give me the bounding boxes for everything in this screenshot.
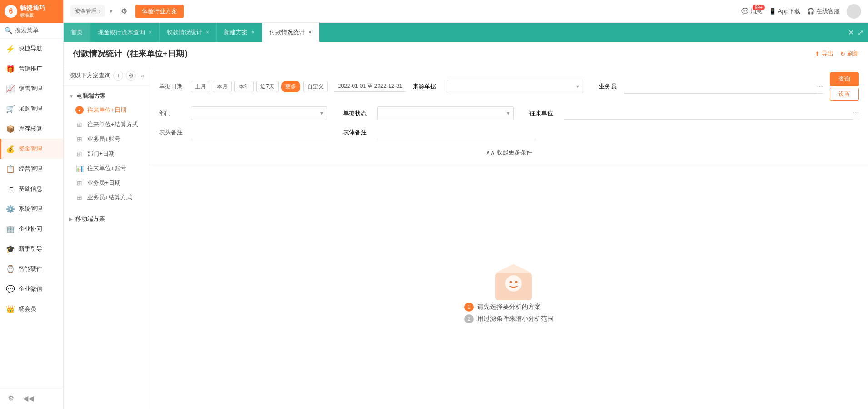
tree-item-unit-date[interactable]: ● 往来单位+日期 [64, 103, 150, 117]
data-area: 1 请先选择要分析的方案 2 用过滤条件来缩小分析范围 [150, 167, 868, 409]
tree-item-staff-settle-label: 业务员+结算方式 [87, 193, 132, 202]
sidebar-item-finance[interactable]: 💰 资金管理 [0, 139, 63, 159]
tab-home[interactable]: 首页 [64, 23, 90, 42]
sidebar-item-inventory[interactable]: 📦 库存核算 [0, 119, 63, 139]
partner-input[interactable] [564, 106, 853, 120]
tab-payment-close[interactable]: × [309, 30, 312, 35]
table-icon-2: ⊞ [75, 135, 84, 143]
tree-item-staff-date-label: 业务员+日期 [87, 179, 120, 187]
sidebar-search[interactable]: 🔍 搜索菜单 [0, 23, 63, 39]
refresh-btn[interactable]: ↻ 刷新 [840, 50, 859, 58]
date-btn-custom[interactable]: 自定义 [303, 81, 328, 92]
chat-icon: 💬 [741, 8, 748, 15]
app-download[interactable]: 📱 App下载 [769, 7, 800, 15]
app-icon: 📱 [769, 8, 776, 15]
collapse-panel-btn[interactable]: « [141, 72, 144, 79]
wechat-icon: 💬 [6, 284, 15, 293]
tree-item-staff-settle[interactable]: ⊞ 业务员+结算方式 [64, 190, 150, 205]
date-range-value[interactable]: 2022-01-01 至 2022-12-31 [334, 81, 406, 92]
date-btn-thismonth[interactable]: 本月 [213, 81, 232, 92]
dept-select[interactable]: ▾ [191, 106, 327, 120]
date-btn-thisyear[interactable]: 本年 [234, 81, 254, 92]
online-service[interactable]: 🎧 在线客服 [807, 7, 840, 15]
sidebar-item-wechat[interactable]: 💬 企业微信 [0, 279, 63, 299]
app-download-label: App下载 [778, 7, 800, 15]
settings-footer-icon[interactable]: ⚙ [5, 392, 17, 404]
date-btn-lastmonth[interactable]: 上月 [191, 81, 210, 92]
empty-hint-1: 1 请先选择要分析的方案 [464, 303, 554, 312]
desktop-section-title[interactable]: ▼ 电脑端方案 [64, 89, 150, 103]
sidebar-item-quicknav[interactable]: ⚡ 快捷导航 [0, 39, 63, 59]
collapse-label: 收起更多条件 [497, 148, 532, 157]
content-area: 付款情况统计（往来单位+日期） ⬆ 导出 ↻ 刷新 按以下方案查询 + [64, 42, 868, 409]
sidebar-item-hardware[interactable]: ⌚ 智能硬件 [0, 259, 63, 279]
header-note-input[interactable] [191, 126, 327, 139]
svg-point-2 [505, 275, 522, 292]
sidebar-item-basics[interactable]: 🗂 基础信息 [0, 179, 63, 199]
breadcrumb-text: 资金管理 [75, 7, 97, 15]
sidebar-item-system[interactable]: ⚙️ 系统管理 [0, 199, 63, 219]
notifications[interactable]: 💬 消息 99+ [741, 7, 762, 15]
sidebar-item-marketing[interactable]: 🎁 营销推广 [0, 59, 63, 79]
source-label: 来源单据 [413, 82, 440, 91]
tab-bank[interactable]: 现金银行流水查询 × [90, 23, 160, 42]
sidebar-item-member[interactable]: 👑 畅会员 [0, 299, 63, 319]
tab-receivable-close[interactable]: × [206, 30, 209, 35]
voucher-status-select[interactable]: ▾ [377, 106, 514, 120]
sidebar-item-operations[interactable]: 📋 经营管理 [0, 159, 63, 179]
tree-item-unit-account[interactable]: 📊 往来单位+账号 [64, 161, 150, 176]
partner-dots[interactable]: ··· [853, 109, 859, 117]
sidebar-nav: ⚡ 快捷导航 🎁 营销推广 📈 销售管理 🛒 采购管理 📦 库存核算 💰 资金管… [0, 39, 63, 387]
collapse-sidebar-icon[interactable]: ◀◀ [22, 392, 35, 404]
tree-item-staff-account[interactable]: ⊞ 业务员+账号 [64, 132, 150, 146]
staff-input[interactable] [624, 80, 817, 93]
sidebar-item-operations-label: 经营管理 [19, 165, 42, 173]
mobile-section-title[interactable]: ▶ 移动端方案 [64, 212, 150, 226]
sidebar-item-sales[interactable]: 📈 销售管理 [0, 79, 63, 99]
panel-header-label: 按以下方案查询 [69, 71, 110, 80]
tabbar: 首页 现金银行流水查询 × 收款情况统计 × 新建方案 × 付款情况统计 × ✕… [64, 23, 868, 42]
scheme-settings-btn[interactable]: ⚙ [126, 71, 136, 81]
fullscreen-icon[interactable]: ⤢ [858, 28, 863, 37]
add-scheme-btn[interactable]: + [113, 71, 123, 81]
staff-dots[interactable]: ··· [817, 82, 823, 91]
sidebar-item-enterprise[interactable]: 🏢 企业协同 [0, 219, 63, 239]
member-icon: 👑 [6, 304, 15, 313]
tab-receivable[interactable]: 收款情况统计 × [160, 23, 217, 42]
date-btn-7days[interactable]: 近7天 [256, 81, 279, 92]
tab-new-close[interactable]: × [251, 30, 254, 35]
filter-settings-btn[interactable]: 设置 [830, 88, 859, 101]
source-select[interactable]: ▾ [447, 80, 583, 93]
query-btn[interactable]: 查询 [830, 72, 859, 86]
tree-item-unit-settle[interactable]: ⊞ 往来单位+结算方式 [64, 117, 150, 132]
tab-payment[interactable]: 付款情况统计 × [262, 23, 319, 42]
user-avatar[interactable] [847, 4, 861, 19]
sidebar-footer: ⚙ ◀◀ [0, 387, 63, 409]
left-panel: 按以下方案查询 + ⚙ « ▼ 电脑端方案 ● [64, 66, 150, 409]
breadcrumb: 资金管理 › [70, 5, 105, 17]
trial-btn[interactable]: 体验行业方案 [135, 5, 184, 18]
collapse-more-btn[interactable]: ∧∧ 收起更多条件 [159, 145, 859, 160]
export-btn[interactable]: ⬆ 导出 [815, 50, 833, 58]
date-btn-more[interactable]: 更多 [281, 81, 300, 92]
topbar-settings-icon[interactable]: ⚙ [117, 5, 131, 18]
header-note-label: 表头备注 [159, 128, 184, 136]
filter-row-1: 单据日期 上月 本月 本年 近7天 更多 自定义 2022-01-01 至 20… [159, 72, 859, 101]
sidebar-logo: 6 畅捷通巧 标准版 [0, 0, 63, 23]
dropdown-arrow[interactable]: ▾ [110, 8, 113, 15]
tree-item-dept-date[interactable]: ⊞ 部门+日期 [64, 146, 150, 161]
sidebar-item-guide[interactable]: 🎓 新手引导 [0, 239, 63, 259]
hint-num-1: 1 [464, 303, 474, 312]
sidebar-item-hardware-label: 智能硬件 [19, 265, 42, 273]
empty-hints: 1 请先选择要分析的方案 2 用过滤条件来缩小分析范围 [464, 303, 554, 323]
tree-item-staff-date[interactable]: ⊞ 业务员+日期 [64, 176, 150, 190]
tab-bank-close[interactable]: × [149, 30, 152, 35]
sidebar-item-inventory-label: 库存核算 [19, 125, 42, 133]
sidebar-item-purchase[interactable]: 🛒 采购管理 [0, 99, 63, 119]
tab-new[interactable]: 新建方案 × [217, 23, 262, 42]
tree-item-unit-account-label: 往来单位+账号 [87, 164, 126, 172]
sidebar-item-basics-label: 基础信息 [19, 185, 42, 193]
body-note-input[interactable] [377, 126, 536, 139]
quicknav-icon: ⚡ [6, 44, 15, 53]
close-all-icon[interactable]: ✕ [848, 28, 854, 37]
